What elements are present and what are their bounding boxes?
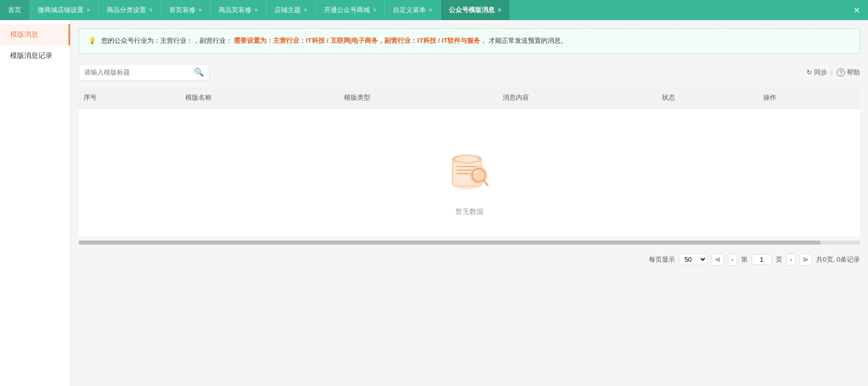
sidebar: 模版消息 模版消息记录 bbox=[0, 20, 71, 386]
last-page-button[interactable]: ⊳ bbox=[799, 254, 812, 266]
col-content: 消息内容 bbox=[498, 87, 656, 109]
tab-custom-menu[interactable]: 自定义菜单 × bbox=[385, 0, 441, 20]
close-tab-product-decor[interactable]: × bbox=[254, 7, 258, 14]
first-page-button[interactable]: ⊲ bbox=[711, 254, 724, 266]
close-tab-template-msg[interactable]: × bbox=[498, 7, 501, 14]
sync-icon: ↻ bbox=[807, 68, 812, 76]
col-action: 操作 bbox=[758, 87, 860, 109]
top-nav: 首页 微商城店铺设置 × 商品分类设置 × 首页装修 × 商品页装修 × 店铺主… bbox=[0, 0, 868, 20]
horizontal-scrollbar[interactable] bbox=[79, 241, 860, 245]
data-table: 序号 模版名称 模版类型 消息内容 状态 操作 bbox=[79, 87, 860, 237]
main-layout: 模版消息 模版消息记录 💡 您的公众号行业为：主营行业：，副营行业： 需要设置为… bbox=[0, 20, 868, 386]
notice-suffix: 才能正常发送预置的消息。 bbox=[489, 37, 567, 44]
search-bar: 🔍 ↻ 同步 | ? 帮助 bbox=[79, 64, 860, 81]
sidebar-item-template-msg-log[interactable]: 模版消息记录 bbox=[0, 45, 70, 66]
tab-shop-settings[interactable]: 微商城店铺设置 × bbox=[30, 0, 99, 20]
svg-point-4 bbox=[456, 156, 478, 162]
tab-custom-menu-label: 自定义菜单 bbox=[393, 6, 426, 15]
close-tab-shop-theme[interactable]: × bbox=[304, 7, 307, 14]
notice-highlight: 需要设置为：主营行业：IT科技 / 互联网|电子商务，副营行业：IT科技 / I… bbox=[234, 37, 487, 44]
per-page-select[interactable]: 50 10 20 100 bbox=[679, 254, 707, 265]
tab-category-settings[interactable]: 商品分类设置 × bbox=[99, 0, 161, 20]
tab-home-decor[interactable]: 首页装修 × bbox=[161, 0, 211, 20]
empty-illustration bbox=[439, 139, 500, 199]
tab-shop-settings-label: 微商城店铺设置 bbox=[38, 6, 84, 15]
content-area: 💡 您的公众号行业为：主营行业：，副营行业： 需要设置为：主营行业：IT科技 /… bbox=[71, 20, 868, 386]
close-all-tabs-button[interactable]: ✕ bbox=[845, 6, 868, 15]
tab-shop-theme-label: 店铺主题 bbox=[275, 6, 301, 15]
tab-shop-theme[interactable]: 店铺主题 × bbox=[266, 0, 316, 20]
tab-open-mall-label: 开通公众号商城 bbox=[324, 6, 370, 15]
search-actions: ↻ 同步 | ? 帮助 bbox=[807, 68, 860, 77]
tab-open-mall[interactable]: 开通公众号商城 × bbox=[316, 0, 385, 20]
scrollbar-thumb[interactable] bbox=[79, 241, 821, 245]
notice-bulb-icon: 💡 bbox=[88, 37, 96, 44]
page-suffix: 页 bbox=[776, 255, 782, 264]
col-type: 模版类型 bbox=[339, 87, 498, 109]
sync-button[interactable]: ↻ 同步 bbox=[807, 68, 827, 77]
total-info: 共0页, 0条记录 bbox=[816, 255, 860, 264]
help-button[interactable]: ? 帮助 bbox=[837, 68, 860, 77]
tab-template-msg[interactable]: 公众号模版消息 × bbox=[441, 0, 510, 20]
close-tab-home-decor[interactable]: × bbox=[198, 7, 202, 14]
empty-state: 暂无数据 bbox=[79, 109, 860, 237]
col-name: 模版名称 bbox=[180, 87, 339, 109]
tab-home[interactable]: 首页 bbox=[0, 0, 30, 20]
empty-row: 暂无数据 bbox=[79, 108, 860, 237]
close-tab-open-mall[interactable]: × bbox=[373, 7, 376, 14]
close-tab-category-settings[interactable]: × bbox=[149, 7, 153, 14]
notice-box: 💡 您的公众号行业为：主营行业：，副营行业： 需要设置为：主营行业：IT科技 /… bbox=[79, 28, 860, 54]
empty-text: 暂无数据 bbox=[455, 207, 484, 216]
tab-product-decor[interactable]: 商品页装修 × bbox=[211, 0, 266, 20]
svg-point-11 bbox=[474, 171, 477, 174]
close-tab-custom-menu[interactable]: × bbox=[429, 7, 432, 14]
col-index: 序号 bbox=[79, 87, 180, 109]
tab-home-label: 首页 bbox=[8, 6, 21, 15]
help-circle-icon: ? bbox=[837, 68, 845, 76]
per-page-label: 每页显示 bbox=[649, 255, 675, 264]
close-tab-shop-settings[interactable]: × bbox=[87, 7, 90, 14]
sidebar-item-template-msg[interactable]: 模版消息 bbox=[0, 24, 70, 45]
sync-label: 同步 bbox=[814, 68, 827, 77]
search-icon: 🔍 bbox=[194, 68, 204, 76]
page-prefix: 第 bbox=[741, 255, 748, 264]
help-label: 帮助 bbox=[847, 68, 860, 77]
tab-template-msg-label: 公众号模版消息 bbox=[449, 6, 495, 15]
sidebar-item-template-msg-log-label: 模版消息记录 bbox=[10, 51, 52, 59]
search-button[interactable]: 🔍 bbox=[194, 67, 204, 77]
tab-product-decor-label: 商品页装修 bbox=[219, 6, 251, 15]
search-input[interactable] bbox=[84, 68, 194, 76]
next-page-button[interactable]: › bbox=[786, 254, 795, 266]
action-divider: | bbox=[831, 68, 833, 76]
tab-category-settings-label: 商品分类设置 bbox=[107, 6, 146, 15]
notice-prefix: 您的公众号行业为：主营行业：，副营行业： bbox=[101, 37, 232, 44]
tab-home-decor-label: 首页装修 bbox=[169, 6, 195, 15]
search-input-wrap[interactable]: 🔍 bbox=[79, 64, 210, 81]
sidebar-item-template-msg-label: 模版消息 bbox=[10, 30, 38, 38]
current-page-input[interactable] bbox=[752, 254, 772, 265]
table-header-row: 序号 模版名称 模版类型 消息内容 状态 操作 bbox=[79, 87, 860, 109]
pagination: 每页显示 50 10 20 100 ⊲ ‹ 第 页 › ⊳ 共0页, 0条记录 bbox=[79, 249, 860, 271]
col-status: 状态 bbox=[657, 87, 759, 109]
prev-page-button[interactable]: ‹ bbox=[728, 254, 737, 266]
